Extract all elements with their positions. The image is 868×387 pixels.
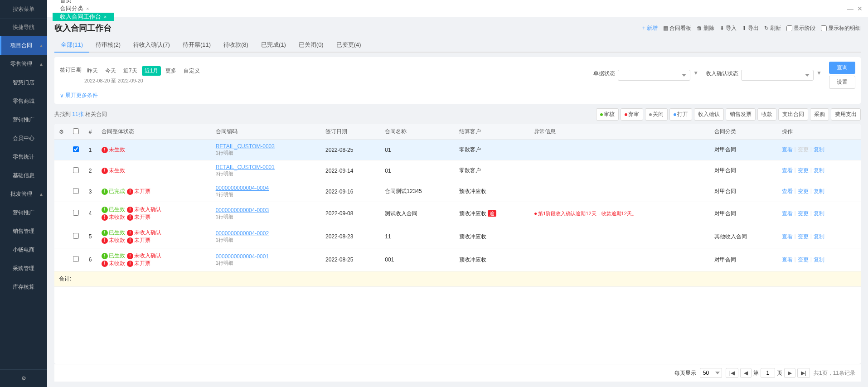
op-copy-btn[interactable]: 复制 (814, 146, 824, 154)
row-settings[interactable] (54, 160, 68, 181)
action-btn-close[interactable]: 关闭 (645, 108, 668, 121)
action-btn-payment[interactable]: 收款 (757, 108, 776, 121)
query-button[interactable]: 查询 (829, 62, 855, 74)
sidebar-item-inventory[interactable]: 库存核算 (0, 278, 47, 296)
row-checkbox[interactable] (68, 248, 83, 271)
sidebar-quick-nav[interactable]: 快捷导航 (0, 19, 47, 36)
action-btn-purchase[interactable]: 采购 (810, 108, 829, 121)
show-stage-checkbox[interactable]: 显示阶段 (786, 24, 815, 32)
sidebar-item-marketing[interactable]: 营销推广 (0, 111, 47, 129)
sidebar-item-retail[interactable]: 零售管理▲ (0, 55, 47, 73)
show-stage-input[interactable] (786, 25, 792, 31)
sub-tab-pending_confirm[interactable]: 待收入确认(7) (127, 38, 176, 52)
action-btn-income_confirm[interactable]: 收入确认 (694, 108, 724, 121)
sub-tab-completed[interactable]: 已完成(1) (255, 38, 292, 52)
date-option-今天[interactable]: 今天 (102, 66, 119, 76)
action-btn-review[interactable]: 审核 (596, 108, 619, 121)
date-option-自定义[interactable]: 自定义 (181, 66, 203, 76)
sidebar-item-sales_mkt[interactable]: 营销推广 (0, 203, 47, 222)
op-edit-btn[interactable]: 变更 (798, 210, 809, 218)
op-copy-btn[interactable]: 复制 (814, 167, 824, 174)
contract-code-link[interactable]: 0000000000004-0002 (216, 230, 269, 237)
page-first-button[interactable]: |◀ (726, 368, 738, 378)
page-prev-button[interactable]: ◀ (740, 368, 752, 378)
sidebar-item-project[interactable]: 项目合同▲ (0, 36, 47, 55)
row-checkbox[interactable] (68, 140, 83, 160)
page-last-button[interactable]: ▶| (797, 368, 810, 378)
op-view-btn[interactable]: 查看 (782, 188, 793, 195)
op-edit-btn[interactable]: 变更 (798, 167, 809, 174)
op-edit-btn[interactable]: 变更 (798, 146, 809, 154)
sidebar-item-basic[interactable]: 基础信息 (0, 166, 47, 185)
tab-close-icon[interactable]: × (104, 14, 107, 19)
op-copy-btn[interactable]: 复制 (814, 256, 824, 264)
row-settings[interactable] (54, 140, 68, 160)
sub-tab-pending_invoice[interactable]: 待开票(11) (176, 38, 217, 52)
delete-button[interactable]: 🗑 删除 (697, 24, 714, 32)
sidebar-settings[interactable]: ⚙ (0, 369, 47, 387)
date-option-近7天[interactable]: 近7天 (121, 66, 140, 76)
export-button[interactable]: ⬆ 导出 (742, 24, 759, 32)
op-copy-btn[interactable]: 复制 (814, 233, 824, 241)
row-settings[interactable] (54, 248, 68, 271)
sidebar-item-member[interactable]: 会员中心 (0, 129, 47, 148)
row-check-input[interactable] (73, 167, 79, 173)
row-checkbox[interactable] (68, 181, 83, 202)
refresh-button[interactable]: ↻ 刷新 (764, 24, 781, 32)
sub-tab-all[interactable]: 全部(11) (54, 38, 89, 53)
action-btn-out_contract[interactable]: 支出合同 (778, 108, 808, 121)
row-check-input[interactable] (73, 146, 79, 152)
sidebar-search[interactable]: 搜索菜单 (0, 0, 47, 19)
contract-code-link[interactable]: 0000000000004-0001 (216, 253, 269, 260)
tab-home[interactable]: 首页 (53, 0, 114, 5)
op-view-btn[interactable]: 查看 (782, 256, 793, 264)
contract-code-link[interactable]: 0000000000004-0004 (216, 185, 269, 191)
window-minimize[interactable]: — (847, 5, 853, 12)
window-close[interactable]: ✕ (857, 5, 863, 12)
page-size-select[interactable]: 50 20 100 (700, 368, 722, 378)
row-check-input[interactable] (73, 210, 79, 216)
op-view-btn[interactable]: 查看 (782, 210, 793, 218)
sidebar-item-stats[interactable]: 零售统计 (0, 148, 47, 166)
op-edit-btn[interactable]: 变更 (798, 233, 809, 241)
tab-contract_cat[interactable]: 合同分类× (53, 5, 114, 13)
expand-filter-button[interactable]: ∨ 展开更多条件 (60, 92, 855, 99)
row-settings[interactable] (54, 225, 68, 248)
action-btn-expense[interactable]: 费用支出 (831, 108, 861, 121)
select-all-checkbox[interactable] (73, 128, 79, 134)
sub-tab-closed[interactable]: 已关闭(0) (292, 38, 330, 52)
op-view-btn[interactable]: 查看 (782, 167, 793, 174)
sidebar-item-mall[interactable]: 零售商城 (0, 92, 47, 111)
page-next-button[interactable]: ▶ (784, 368, 795, 378)
row-settings[interactable] (54, 181, 68, 202)
filter-setting-button[interactable]: 设置 (829, 76, 855, 89)
contract-code-link[interactable]: RETAIL_CUSTOM-0001 (216, 164, 275, 170)
contract-code-link[interactable]: RETAIL_CUSTOM-0003 (216, 143, 275, 150)
row-check-input[interactable] (73, 256, 79, 262)
sidebar-item-xiaochang[interactable]: 小畅电商 (0, 241, 47, 259)
op-copy-btn[interactable]: 复制 (814, 188, 824, 195)
row-check-input[interactable] (73, 233, 79, 239)
doc-status-select[interactable] (618, 70, 690, 81)
op-copy-btn[interactable]: 复制 (814, 210, 824, 218)
row-checkbox[interactable] (68, 160, 83, 181)
show-detail-checkbox[interactable]: 显示标的明细 (821, 24, 861, 32)
date-option-昨天[interactable]: 昨天 (84, 66, 101, 76)
board-button[interactable]: ▦ 合同看板 (663, 24, 691, 32)
contract-code-link[interactable]: 0000000000004-0003 (216, 207, 269, 213)
op-view-btn[interactable]: 查看 (782, 146, 793, 154)
row-checkbox[interactable] (68, 202, 83, 225)
date-option-更多[interactable]: 更多 (163, 66, 179, 76)
sub-tab-pending_review[interactable]: 待审核(2) (89, 38, 127, 52)
action-btn-sales_invoice[interactable]: 销售发票 (726, 108, 756, 121)
action-btn-print[interactable]: 打开 (669, 108, 692, 121)
sidebar-item-purchase[interactable]: 采购管理 (0, 259, 47, 278)
op-view-btn[interactable]: 查看 (782, 233, 793, 241)
op-edit-btn[interactable]: 变更 (798, 256, 809, 264)
op-edit-btn[interactable]: 变更 (798, 188, 809, 195)
date-option-近1月[interactable]: 近1月 (142, 66, 161, 76)
income-confirm-select[interactable] (741, 70, 814, 81)
add-button[interactable]: + 新增 (642, 24, 658, 32)
show-detail-input[interactable] (821, 25, 827, 31)
row-settings[interactable] (54, 202, 68, 225)
